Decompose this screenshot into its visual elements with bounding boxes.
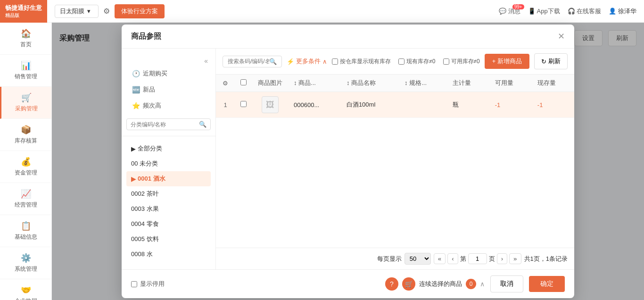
confirm-button[interactable]: 确定 (529, 276, 565, 292)
category-alcohol[interactable]: ▶ 0001 酒水 (126, 171, 211, 186)
enterprise-icon: 🤝 (21, 285, 31, 295)
page-size-selector: 每页显示 50 10 20 100 (377, 253, 431, 265)
sidebar-item-inventory[interactable]: 📦 库存核算 (0, 119, 51, 151)
dialog-body: « 🕐 近期购买 🆕 新品 ⭐ (122, 49, 574, 269)
category-search-box: 🔍 (126, 118, 211, 130)
refresh-button[interactable]: ↻ 刷新 (534, 53, 568, 69)
category-beverage[interactable]: 0005 饮料 (126, 232, 211, 247)
settings-col-icon[interactable]: ⚙ (223, 80, 228, 87)
content-area: 采购管理 查询 设置 刷新 商品参照 ✕ (52, 23, 644, 300)
category-tea[interactable]: 0002 茶叶 (126, 186, 211, 201)
table-row[interactable]: 1 🖼 000600... 白酒100ml (216, 92, 574, 118)
col-spec-header[interactable]: ↕ 规格... (399, 75, 447, 92)
first-page-button[interactable]: « (434, 253, 446, 264)
product-search-box: 🔍 (223, 56, 282, 67)
quick-item-frequent[interactable]: ⭐ 频次高 (127, 99, 210, 113)
operation-icon: 📈 (21, 189, 31, 199)
add-product-button[interactable]: + 新增商品 (485, 54, 529, 69)
col-unit-header: 主计量 (447, 75, 489, 92)
trial-button[interactable]: 体验行业方案 (115, 4, 165, 18)
category-water[interactable]: 0008 水 (126, 247, 211, 262)
col-checkbox-header (235, 75, 252, 92)
col-available-header: 可用量 (489, 75, 532, 92)
sidebar-item-operation[interactable]: 📈 经营管理 (0, 183, 51, 215)
cart-collapse-button[interactable]: ∧ (480, 280, 485, 288)
branch-dropdown[interactable]: 日太阳膜 ▾ (55, 5, 99, 18)
dialog-title: 商品参照 (131, 32, 161, 42)
cart-button[interactable]: 🛒 (402, 277, 415, 291)
chevron-down-icon: ▾ (87, 8, 91, 15)
show-disabled-label[interactable]: 显示停用 (131, 280, 165, 288)
stock-nonzero-checkbox-label[interactable]: 现有库存≠0 (398, 58, 435, 66)
sidebar-item-enterprise[interactable]: 🤝 企业协同 (0, 279, 51, 300)
quick-item-recent[interactable]: 🕐 近期购买 (127, 67, 210, 81)
arrow-icon: ▶ (131, 145, 136, 152)
category-appliance[interactable]: 0010 家电 (126, 262, 211, 266)
category-all[interactable]: ▶ 全部分类 (126, 141, 211, 156)
category-snack[interactable]: 0004 零食 (126, 217, 211, 232)
sidebar-item-purchase[interactable]: 🛒 采购管理 (0, 87, 51, 119)
col-stock-header: 现存量 (532, 75, 574, 92)
cancel-button[interactable]: 取消 (490, 275, 523, 292)
category-unclassified[interactable]: 00 未分类 (126, 156, 211, 171)
left-panel: « 🕐 近期购买 🆕 新品 ⭐ (122, 49, 216, 269)
app-download-button[interactable]: 📱 App下载 (528, 7, 560, 16)
col-name-header[interactable]: ↕ 商品名称 (341, 75, 399, 92)
product-table: ⚙ 商品图片 ↕ 商品... ↕ 商品名称 ↕ 规格... (216, 75, 574, 118)
category-search-input[interactable] (131, 121, 199, 128)
col-num-header: ⚙ (216, 75, 235, 92)
cart-info: ? 🛒 连续选择的商品 0 ∧ (385, 277, 485, 291)
home-icon: 🏠 (21, 28, 31, 39)
sidebar-item-basic[interactable]: 📋 基础信息 (0, 215, 51, 247)
new-icon: 🆕 (132, 86, 140, 93)
product-reference-dialog: 商品参照 ✕ « 🕐 近期购买 (122, 25, 574, 298)
available-nonzero-checkbox-label[interactable]: 可用库存≠0 (443, 58, 480, 66)
sidebar-item-system[interactable]: ⚙️ 系统管理 (0, 247, 51, 279)
customer-service-button[interactable]: 🎧 在线客服 (568, 7, 602, 16)
sidebar-item-finance[interactable]: 💰 资金管理 (0, 151, 51, 183)
row-checkbox[interactable] (235, 92, 252, 118)
row-code: 000600... (288, 92, 341, 118)
finance-icon: 💰 (21, 157, 31, 167)
quick-item-new[interactable]: 🆕 新品 (127, 83, 210, 97)
row-num: 1 (216, 92, 235, 118)
available-nonzero-checkbox[interactable] (443, 58, 449, 65)
frequent-icon: ⭐ (132, 102, 140, 109)
search-orange-icon: 🔍 (269, 58, 277, 65)
category-fruit[interactable]: 0003 水果 (126, 201, 211, 217)
page-number-input[interactable] (468, 253, 487, 264)
page-size-select[interactable]: 50 10 20 100 (405, 253, 431, 265)
show-disabled-checkbox[interactable] (131, 281, 137, 287)
inventory-icon: 📦 (21, 125, 31, 135)
settings-icon[interactable]: ⚙ (103, 7, 110, 16)
table-header-row: ⚙ 商品图片 ↕ 商品... ↕ 商品名称 ↕ 规格... (216, 75, 574, 92)
select-all-checkbox[interactable] (240, 79, 247, 85)
topbar-right: 💬 消息 99+ 📱 App下载 🎧 在线客服 👤 徐泽华 (499, 7, 636, 16)
dialog-footer: 显示停用 ? 🛒 连续选择的商品 0 ∧ 取消 确定 (122, 269, 574, 298)
sidebar-item-home[interactable]: 🏠 首页 (0, 23, 51, 55)
row-image: 🖼 (252, 92, 288, 118)
user-avatar[interactable]: 👤 徐泽华 (609, 7, 636, 16)
sidebar-item-sales[interactable]: 📊 销售管理 (0, 55, 51, 87)
filter-button[interactable]: ⚡ 更多条件 ∧ (287, 57, 327, 66)
logo: 畅捷通好生意 精品版 (0, 0, 47, 23)
refresh-icon: ↻ (541, 58, 546, 65)
product-search-input[interactable] (228, 58, 269, 65)
last-page-button[interactable]: » (509, 253, 521, 264)
help-icon[interactable]: ? (385, 277, 398, 291)
col-code-header[interactable]: ↕ 商品... (288, 75, 341, 92)
warehouse-checkbox[interactable] (332, 58, 338, 65)
recent-icon: 🕐 (132, 70, 140, 77)
warehouse-checkbox-label[interactable]: 按仓库显示现有库存 (332, 58, 391, 66)
dialog-header: 商品参照 ✕ (122, 25, 574, 49)
stock-nonzero-checkbox[interactable] (398, 58, 405, 65)
message-button[interactable]: 💬 消息 99+ (499, 7, 520, 16)
purchase-icon: 🛒 (21, 92, 32, 103)
prev-page-button[interactable]: ‹ (447, 253, 458, 264)
next-page-button[interactable]: › (497, 253, 507, 264)
topbar: 畅捷通好生意 精品版 日太阳膜 ▾ ⚙ 体验行业方案 💬 消息 99+ 📱 Ap… (0, 0, 644, 23)
footer-left: 显示停用 (131, 280, 165, 288)
panel-collapse-button[interactable]: « (204, 57, 208, 65)
dialog-close-button[interactable]: ✕ (558, 31, 565, 42)
sales-icon: 📊 (21, 60, 31, 71)
